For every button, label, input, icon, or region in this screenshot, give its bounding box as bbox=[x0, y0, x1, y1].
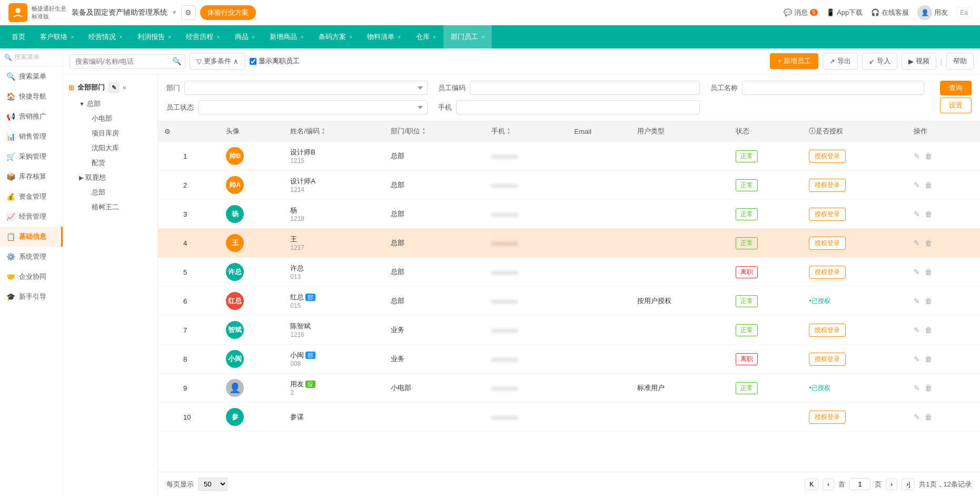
dept-tree-item-配货[interactable]: 配货 bbox=[63, 155, 157, 170]
delete-button[interactable]: 🗑 bbox=[925, 210, 932, 218]
close-tab-icon[interactable]: × bbox=[168, 34, 171, 40]
col-dept[interactable]: 部门/职位 ▲▼ bbox=[384, 121, 485, 142]
more-conditions-button[interactable]: ▽ 更多条件 ∧ bbox=[190, 53, 245, 70]
col-name[interactable]: 姓名/编码 ▲▼ bbox=[284, 121, 384, 142]
delete-button[interactable]: 🗑 bbox=[925, 239, 932, 247]
dept-tree-item-双鹿想[interactable]: ▶双鹿想 bbox=[63, 170, 157, 185]
view-button[interactable]: ▶ 视频 bbox=[902, 53, 936, 70]
prev-page-button[interactable]: ‹ bbox=[823, 479, 834, 490]
nav-tab-部门员工[interactable]: 部门员工× bbox=[443, 25, 492, 48]
delete-button[interactable]: 🗑 bbox=[925, 384, 932, 392]
dept-tree-item-项目库房[interactable]: 项目库房 bbox=[63, 126, 157, 141]
sidebar-item-搜索菜单[interactable]: 🔍搜索菜单 bbox=[0, 66, 63, 86]
online-service-button[interactable]: 🎧 在线客服 bbox=[871, 8, 909, 17]
edit-button[interactable]: ✎ bbox=[914, 152, 920, 160]
all-dept-label[interactable]: 全部部门 bbox=[77, 83, 105, 92]
sidebar-item-新手引导[interactable]: 🎓新手引导 bbox=[0, 287, 63, 307]
next-page-button[interactable]: › bbox=[886, 479, 897, 490]
first-page-button[interactable]: K bbox=[805, 479, 818, 490]
sidebar-item-企业协同[interactable]: 🤝企业协同 bbox=[0, 267, 63, 287]
export-button[interactable]: ↗ 导出 bbox=[823, 53, 858, 70]
set-button[interactable]: 设置 bbox=[940, 98, 972, 113]
dept-collapse-button[interactable]: « bbox=[123, 84, 126, 91]
edit-button[interactable]: ✎ bbox=[914, 326, 920, 334]
last-page-button[interactable]: ›| bbox=[902, 479, 915, 490]
experience-button[interactable]: 体验行业方案 bbox=[200, 5, 256, 20]
delete-button[interactable]: 🗑 bbox=[925, 268, 932, 276]
import-button[interactable]: ↙ 导入 bbox=[862, 53, 897, 70]
add-employee-button[interactable]: + 新增员工 bbox=[770, 53, 818, 69]
auth-button[interactable]: 授权登录 bbox=[809, 208, 846, 221]
auth-button[interactable]: 授权登录 bbox=[809, 237, 846, 250]
close-tab-icon[interactable]: × bbox=[71, 34, 74, 40]
search-input[interactable] bbox=[70, 54, 185, 69]
system-dropdown-arrow[interactable]: ▼ bbox=[172, 9, 177, 15]
edit-button[interactable]: ✎ bbox=[914, 413, 920, 421]
nav-tab-经营情况[interactable]: 经营情况× bbox=[81, 25, 130, 48]
search-button[interactable]: 查询 bbox=[940, 81, 972, 95]
page-number-input[interactable] bbox=[849, 478, 870, 490]
dept-select[interactable] bbox=[184, 81, 428, 95]
sidebar-item-资金管理[interactable]: 💰资金管理 bbox=[0, 187, 63, 207]
auth-button[interactable]: 授权登录 bbox=[809, 150, 846, 163]
delete-button[interactable]: 🗑 bbox=[925, 297, 932, 305]
edit-button[interactable]: ✎ bbox=[914, 355, 920, 363]
phone-input[interactable] bbox=[456, 100, 699, 114]
sidebar-item-采购管理[interactable]: 🛒采购管理 bbox=[0, 147, 63, 167]
nav-tab-客户联络[interactable]: 客户联络× bbox=[33, 25, 81, 48]
message-button[interactable]: 💬 消息 5 bbox=[784, 8, 818, 17]
close-tab-icon[interactable]: × bbox=[398, 34, 401, 40]
dept-tree-item-沈阳大库[interactable]: 沈阳大库 bbox=[63, 141, 157, 155]
dept-tree-item-小电部[interactable]: 小电部 bbox=[63, 111, 157, 126]
show-resigned-checkbox[interactable] bbox=[250, 58, 256, 65]
edit-button[interactable]: ✎ bbox=[914, 297, 920, 305]
nav-tab-物料清单[interactable]: 物料清单× bbox=[360, 25, 408, 48]
edit-button[interactable]: ✎ bbox=[914, 181, 920, 189]
auth-button[interactable]: 授权登录 bbox=[809, 324, 846, 337]
sidebar-item-快捷导航[interactable]: 🏠快捷导航 bbox=[0, 86, 63, 106]
close-tab-icon[interactable]: × bbox=[119, 34, 122, 40]
delete-button[interactable]: 🗑 bbox=[925, 181, 932, 189]
auth-button[interactable]: 授权登录 bbox=[809, 411, 846, 424]
edit-button[interactable]: ✎ bbox=[914, 210, 920, 218]
delete-button[interactable]: 🗑 bbox=[925, 152, 932, 160]
app-download-button[interactable]: 📱 App下载 bbox=[826, 8, 863, 17]
nav-tab-条码方案[interactable]: 条码方案× bbox=[311, 25, 360, 48]
nav-tab-首页[interactable]: 首页 bbox=[4, 25, 33, 48]
sidebar-search[interactable]: 🔍 搜索菜单 bbox=[0, 48, 63, 66]
sidebar-item-销售管理[interactable]: 📊销售管理 bbox=[0, 127, 63, 147]
dept-edit-button[interactable]: ✎ bbox=[108, 82, 120, 93]
sidebar-item-经营管理[interactable]: 📈经营管理 bbox=[0, 207, 63, 227]
help-button[interactable]: 帮助 bbox=[946, 53, 974, 70]
sidebar-item-系统管理[interactable]: ⚙️系统管理 bbox=[0, 247, 63, 267]
sidebar-item-库存核算[interactable]: 📦库存核算 bbox=[0, 167, 63, 187]
nav-tab-经营历程[interactable]: 经营历程× bbox=[179, 25, 227, 48]
close-tab-icon[interactable]: × bbox=[433, 34, 436, 40]
auth-button[interactable]: 授权登录 bbox=[809, 179, 846, 192]
emp-name-input[interactable] bbox=[742, 81, 924, 95]
close-tab-icon[interactable]: × bbox=[216, 34, 220, 40]
edit-button[interactable]: ✎ bbox=[914, 384, 920, 392]
nav-tab-新增商品[interactable]: 新增商品× bbox=[262, 25, 311, 48]
edit-button[interactable]: ✎ bbox=[914, 239, 920, 247]
delete-button[interactable]: 🗑 bbox=[925, 413, 932, 421]
sidebar-item-营销推广[interactable]: 📢营销推广 bbox=[0, 106, 63, 127]
dept-tree-item-植树王二[interactable]: 植树王二 bbox=[63, 200, 157, 215]
emp-status-select[interactable] bbox=[198, 100, 428, 114]
close-tab-icon[interactable]: × bbox=[300, 34, 303, 40]
user-avatar[interactable]: 👤 用友 bbox=[917, 5, 948, 20]
nav-tab-利润报告[interactable]: 利润报告× bbox=[130, 25, 179, 48]
sidebar-item-基础信息[interactable]: 📋基础信息 bbox=[0, 227, 63, 247]
edit-button[interactable]: ✎ bbox=[914, 268, 920, 276]
settings-gear-button[interactable]: ⚙ bbox=[181, 5, 196, 20]
per-page-select[interactable]: 50 100 bbox=[198, 478, 227, 491]
auth-button[interactable]: 授权登录 bbox=[809, 353, 846, 366]
auth-button[interactable]: 授权登录 bbox=[809, 266, 846, 279]
col-phone[interactable]: 手机 ▲▼ bbox=[485, 121, 568, 142]
nav-tab-商品[interactable]: 商品× bbox=[227, 25, 262, 48]
close-tab-icon[interactable]: × bbox=[481, 34, 484, 40]
close-tab-icon[interactable]: × bbox=[349, 34, 352, 40]
dept-tree-item-总部[interactable]: 总部 bbox=[63, 185, 157, 200]
emp-code-input[interactable] bbox=[470, 81, 699, 95]
delete-button[interactable]: 🗑 bbox=[925, 355, 932, 363]
